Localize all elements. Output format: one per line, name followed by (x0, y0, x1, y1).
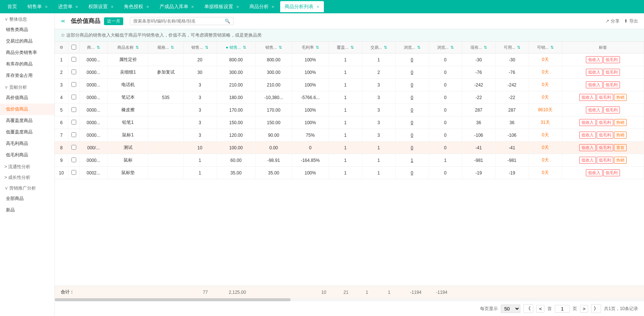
share-btn[interactable]: ↗ 分享 (606, 18, 620, 24)
nav-sales[interactable]: 销售单 ✕ (23, 1, 52, 12)
sidebar-item-high-coverage[interactable]: 高覆盖度商品 (0, 115, 54, 126)
tag-热销[interactable]: 热销 (614, 132, 627, 139)
nav-analysis[interactable]: 商品分析 ✕ (245, 1, 279, 12)
search-icon[interactable]: 🔍 (225, 18, 230, 24)
th-stock1[interactable]: 现有... ⇅ (462, 42, 495, 54)
browse-link[interactable]: 0 (411, 70, 413, 75)
nav-role-close[interactable]: ✕ (146, 5, 149, 9)
th-code[interactable]: 商... ⇅ (79, 42, 108, 54)
th-sale3[interactable]: 销售... ⇅ (255, 42, 292, 54)
nav-home[interactable]: 首页 (3, 1, 21, 12)
td-browse1[interactable]: 1 (395, 154, 429, 167)
tag-低收入[interactable]: 低收入 (586, 169, 603, 176)
tag-低收入[interactable]: 低收入 (579, 94, 596, 101)
sidebar-section-marketing[interactable]: ∨ 营销推广分析 (0, 182, 54, 193)
nav-role[interactable]: 角色授权 ✕ (120, 1, 154, 12)
td-check[interactable] (68, 104, 79, 116)
th-sale1[interactable]: 销售... ⇅ (183, 42, 217, 54)
td-browse1[interactable]: 0 (395, 167, 429, 179)
page-first-btn[interactable]: 《 (523, 304, 533, 313)
nav-template-close[interactable]: ✕ (236, 5, 239, 9)
td-check[interactable] (68, 129, 79, 142)
search-input[interactable] (133, 18, 225, 24)
check-all[interactable] (71, 45, 76, 50)
sidebar-item-low-value[interactable]: 低价值商品 (0, 103, 54, 115)
tag-热销[interactable]: 热销 (614, 94, 627, 101)
nav-permission[interactable]: 权限设置 ✕ (84, 1, 118, 12)
sidebar-item-high-margin[interactable]: 高毛利商品 (0, 138, 54, 149)
nav-analysis-list[interactable]: 商品分析列表 ✕ (280, 1, 324, 12)
tag-热销[interactable]: 热销 (614, 119, 627, 126)
nav-sales-close[interactable]: ✕ (45, 5, 48, 9)
page-prev-btn[interactable]: < (536, 305, 544, 313)
nav-purchase[interactable]: 进货单 ✕ (54, 1, 83, 12)
sidebar-section-contrib[interactable]: ∨ 贡献分析 (0, 81, 54, 92)
tag-低收入[interactable]: 低收入 (586, 69, 603, 76)
tag-低毛利[interactable]: 低毛利 (597, 157, 613, 164)
nav-template[interactable]: 单据模板设置 ✕ (200, 1, 244, 12)
sidebar-item-stock-goods[interactable]: 有库存的商品 (0, 58, 54, 70)
row-checkbox[interactable] (71, 69, 76, 74)
page-input[interactable] (555, 305, 570, 313)
row-checkbox[interactable] (71, 157, 76, 162)
tag-低收入[interactable]: 低收入 (586, 56, 603, 63)
nav-analysis-close[interactable]: ✕ (271, 5, 274, 9)
td-check[interactable] (68, 116, 79, 129)
tag-低收入[interactable]: 低收入 (586, 81, 603, 88)
tag-低收入[interactable]: 低收入 (586, 106, 603, 113)
sidebar-section-growth[interactable]: > 成长性分析 (0, 171, 54, 182)
nav-permission-close[interactable]: ✕ (111, 5, 114, 9)
th-sale2[interactable]: ● 销售... ⇅ (217, 42, 255, 54)
td-check[interactable] (68, 167, 79, 179)
browse-link[interactable]: 0 (411, 145, 413, 150)
td-browse1[interactable]: 0 (395, 116, 429, 129)
scrollbar-thumb[interactable] (55, 298, 291, 301)
tag-低收入[interactable]: 低收入 (579, 157, 596, 164)
row-checkbox[interactable] (71, 132, 76, 137)
tag-低毛利[interactable]: 低毛利 (597, 94, 613, 101)
row-checkbox[interactable] (71, 82, 76, 87)
td-check[interactable] (68, 54, 79, 66)
th-cover[interactable]: 覆盖... ⇅ (329, 42, 362, 54)
page-next-btn[interactable]: > (580, 305, 588, 313)
sidebar-item-sales-goods[interactable]: 销售类商品 (0, 24, 54, 35)
scrollbar[interactable] (55, 298, 644, 301)
row-checkbox[interactable] (71, 95, 76, 99)
td-check[interactable] (68, 79, 79, 91)
tag-低毛利[interactable]: 低毛利 (603, 81, 620, 88)
row-checkbox[interactable] (71, 57, 76, 62)
sidebar-item-low-coverage[interactable]: 低覆盖度商品 (0, 126, 54, 138)
tag-低收入[interactable]: 低收入 (579, 144, 596, 151)
browse-link[interactable]: 0 (411, 108, 413, 113)
row-checkbox[interactable] (71, 107, 76, 112)
export-btn[interactable]: ⬆ 导出 (624, 18, 638, 24)
sidebar-item-high-value[interactable]: 高价值商品 (0, 92, 54, 103)
th-gross[interactable]: 毛利率 ⇅ (292, 42, 329, 54)
td-check[interactable] (68, 66, 79, 79)
tag-低收入[interactable]: 低收入 (579, 132, 596, 139)
period-badge[interactable]: 近一月 (104, 17, 123, 25)
sidebar-item-stock-fund[interactable]: 库存资金占用 (0, 70, 54, 81)
sidebar-item-all-goods[interactable]: 全部商品 (0, 193, 54, 204)
sidebar-item-new-goods[interactable]: 新品 (0, 204, 54, 216)
sidebar-section-flow[interactable]: > 流通性分析 (0, 161, 54, 171)
browse-link[interactable]: 0 (411, 82, 413, 88)
sidebar-item-low-margin[interactable]: 低毛利商品 (0, 149, 54, 161)
th-browse1[interactable]: 浏览... ⇅ (395, 42, 429, 54)
td-check[interactable] (68, 142, 79, 154)
nav-product-in-close[interactable]: ✕ (191, 5, 194, 9)
td-browse1[interactable]: 0 (395, 79, 429, 91)
row-checkbox[interactable] (71, 120, 76, 125)
browse-link[interactable]: 0 (411, 95, 413, 100)
tag-低毛利[interactable]: 低毛利 (603, 106, 620, 113)
th-stock2[interactable]: 可用... ⇅ (495, 42, 529, 54)
tag-热销[interactable]: 热销 (614, 157, 627, 164)
sidebar-item-traded[interactable]: 交易过的商品 (0, 35, 54, 47)
td-browse1[interactable]: 0 (395, 104, 429, 116)
td-browse1[interactable]: 0 (395, 54, 429, 66)
td-browse1[interactable]: 0 (395, 66, 429, 79)
nav-product-in[interactable]: 产成品入库单 ✕ (155, 1, 199, 12)
td-check[interactable] (68, 154, 79, 167)
sidebar-section-overall[interactable]: ∨ 整体信息 (0, 13, 54, 24)
nav-purchase-close[interactable]: ✕ (75, 5, 78, 9)
